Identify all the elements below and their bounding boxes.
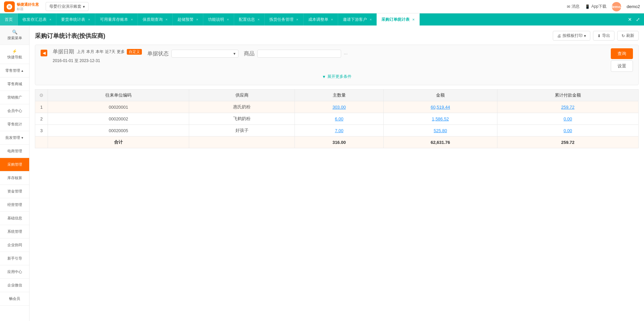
paid-link[interactable]: 0.00 <box>564 128 572 133</box>
gear-icon[interactable]: ⚙ <box>39 93 44 98</box>
logo-area: 畅捷通好生意 标题 <box>4 1 39 12</box>
sidebar-item-ecommerce[interactable]: 电商管理 <box>0 145 29 158</box>
filter-toggle[interactable]: ◀ <box>41 50 47 56</box>
sidebar-quick-nav[interactable]: ⚡ 快捷导航 <box>0 45 29 64</box>
sidebar-item-operation[interactable]: 经营管理 <box>0 198 29 212</box>
sidebar-item-stock-check[interactable]: 库存核算 <box>0 171 29 185</box>
close-icon-active[interactable]: × <box>412 17 414 21</box>
qty-link[interactable]: 303.00 <box>332 105 346 110</box>
sidebar-item-retail-mgmt[interactable]: 零售管理 ▲ <box>0 64 29 77</box>
date-filter: 单据日期 上月 本月 本年 近7天 更多 自定义 2016-01-0 <box>53 48 142 64</box>
sidebar-item-retail-stat[interactable]: 零售统计 <box>0 118 29 131</box>
sidebar-item-basic-info[interactable]: 基础信息 <box>0 212 29 225</box>
tab-home[interactable]: 首页 <box>0 13 18 25</box>
sidebar-item-enterprise-collab[interactable]: 企业协同 <box>0 238 29 252</box>
shortcut-more[interactable]: 更多 <box>117 49 125 55</box>
chevron-down-icon: ▼ <box>21 136 24 140</box>
close-all-tabs-button[interactable]: ✕ <box>627 16 633 23</box>
tab-config-info[interactable]: 配置信息 × <box>234 13 265 25</box>
sidebar-item-enterprise-wechat[interactable]: 企业微信 <box>0 279 29 292</box>
user-avatar[interactable]: demo2 <box>612 2 621 11</box>
sidebar-item-retail-shop[interactable]: 零售商城 <box>0 77 29 91</box>
filter-bar: ◀ 单据日期 上月 本月 本年 近7天 更多 自定义 <box>35 45 639 85</box>
refresh-button[interactable]: ↻ 刷新 <box>617 31 639 41</box>
table-row: 1 00020001 惠氏奶粉 303.00 60,519.44 259.72 <box>35 101 639 113</box>
shortcut-this-year[interactable]: 本年 <box>96 49 104 55</box>
tab-function-desc[interactable]: 功能说明 × <box>203 13 234 25</box>
sidebar-search[interactable]: 🔍 搜索菜单 <box>0 25 29 45</box>
amount-link[interactable]: 60,519.44 <box>431 105 450 110</box>
export-icon: ⬇ <box>597 34 601 38</box>
expand-filters-button[interactable]: ▼ 展开更多条件 <box>322 74 352 79</box>
table-row: 3 00020005 好孩子 7.00 525.80 0.00 <box>35 125 639 137</box>
shortcut-this-month[interactable]: 本月 <box>86 49 94 55</box>
query-button[interactable]: 查询 <box>611 48 633 59</box>
sidebar-item-member[interactable]: 畅会员 <box>0 292 29 306</box>
close-icon[interactable]: × <box>227 17 229 21</box>
tab-expiry[interactable]: 保质期查询 × <box>138 13 172 25</box>
close-icon[interactable]: × <box>88 17 90 21</box>
sidebar-item-newbie[interactable]: 新手引导 <box>0 252 29 265</box>
row-qty: 303.00 <box>295 101 384 113</box>
tab-order-summary[interactable]: 要货单统计表 × <box>56 13 95 25</box>
amount-link[interactable]: 1,586.52 <box>432 116 449 121</box>
close-icon[interactable]: × <box>296 17 298 21</box>
amount-link[interactable]: 525.80 <box>434 128 447 133</box>
footer-amount: 62,631.76 <box>383 137 497 148</box>
tab-invite-downstream[interactable]: 邀请下游客户 × <box>338 13 377 25</box>
tab-usable-stock[interactable]: 可用量库存账本 × <box>95 13 138 25</box>
close-icon[interactable]: × <box>258 17 260 21</box>
paid-link[interactable]: 0.00 <box>564 116 572 121</box>
row-supplier: 惠氏奶粉 <box>189 101 295 113</box>
top-bar-left: 畅捷通好生意 标题 母婴行业演示账套 ▾ <box>4 1 89 12</box>
tab-cost-adjust[interactable]: 成本调整单 × <box>304 13 338 25</box>
account-selector[interactable]: 母婴行业演示账套 ▾ <box>46 2 89 11</box>
shortcut-7days[interactable]: 近7天 <box>105 49 115 55</box>
tab-picking-task[interactable]: 拣货任务管理 × <box>265 13 303 25</box>
goods-input[interactable] <box>257 50 341 58</box>
close-icon[interactable]: × <box>165 17 167 21</box>
sidebar-item-app-center[interactable]: 应用中心 <box>0 265 29 279</box>
query-actions: 查询 设置 <box>611 48 633 72</box>
sidebar-item-purchase[interactable]: 采购管理 <box>0 158 29 171</box>
sidebar-item-marketing[interactable]: 营销推广 <box>0 91 29 104</box>
collapse-icon[interactable]: ◀ <box>41 50 47 56</box>
logo-text: 畅捷通好生意 标题 <box>17 2 39 11</box>
print-icon: 🖨 <box>557 34 561 38</box>
page-header: 采购订单统计表(按供应商) 🖨 按模板打印 ▾ ⬇ 导出 ↻ 刷新 <box>35 31 639 41</box>
tab-purchase-summary[interactable]: 采购订单统计表 × <box>377 13 419 25</box>
fullscreen-button[interactable]: ⤢ <box>635 16 641 23</box>
shortcut-prev-month[interactable]: 上月 <box>77 49 85 55</box>
export-button[interactable]: ⬇ 导出 <box>593 31 614 41</box>
chevron-down-icon: ▾ <box>83 4 85 9</box>
sidebar-item-fund[interactable]: 资金管理 <box>0 185 29 198</box>
sidebar-item-wholesale[interactable]: 批发管理 ▼ <box>0 131 29 145</box>
more-options-icon[interactable]: ··· <box>344 51 348 56</box>
app-download-button[interactable]: 📱 App下载 <box>585 4 606 9</box>
paid-link[interactable]: 259.72 <box>561 105 575 110</box>
tab-overstock[interactable]: 超储预警 × <box>173 13 203 25</box>
col-settings[interactable]: ⚙ <box>35 90 48 101</box>
row-code: 00020005 <box>48 125 189 137</box>
col-qty: 主数量 <box>295 90 384 101</box>
footer-label: 合计 <box>48 137 189 148</box>
table-row: 2 00020002 飞鹤奶粉 6.00 1,586.52 0.00 <box>35 113 639 125</box>
row-code: 00020002 <box>48 113 189 125</box>
tab-receive-pay[interactable]: 收发存汇总表 × <box>18 13 56 25</box>
print-button[interactable]: 🖨 按模板打印 ▾ <box>553 31 590 41</box>
row-amount: 60,519.44 <box>383 101 497 113</box>
qty-link[interactable]: 7.00 <box>335 128 343 133</box>
message-button[interactable]: ✉ 消息 <box>567 4 580 9</box>
close-icon[interactable]: × <box>370 17 372 21</box>
close-icon[interactable]: × <box>131 17 133 21</box>
close-icon[interactable]: × <box>196 17 198 21</box>
custom-tag[interactable]: 自定义 <box>127 49 142 55</box>
sidebar-item-member-center[interactable]: 会员中心 <box>0 104 29 118</box>
chevron-down-icon: ▾ <box>233 51 235 56</box>
close-icon[interactable]: × <box>331 17 333 21</box>
sidebar-item-system[interactable]: 系统管理 <box>0 225 29 238</box>
status-select[interactable]: ▾ <box>171 50 238 58</box>
filter-settings-button[interactable]: 设置 <box>611 60 633 72</box>
qty-link[interactable]: 6.00 <box>335 116 343 121</box>
close-icon[interactable]: × <box>49 17 51 21</box>
